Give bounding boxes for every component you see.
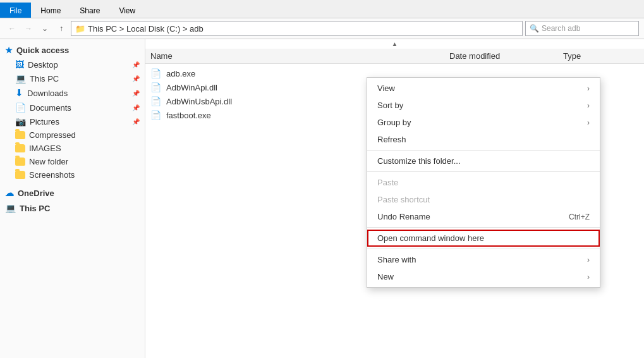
sidebar-item-label: Documents — [30, 103, 71, 113]
ctx-item-group-by-left: Group by — [377, 118, 411, 127]
col-header-type[interactable]: Type — [563, 51, 639, 61]
sidebar-item-pictures[interactable]: 📷 Pictures 📌 — [0, 114, 145, 128]
pc-icon2: 💻 — [5, 203, 16, 213]
content-area: ▲ Name Date modified Type 📄 adb.exe 📄 Ad… — [145, 39, 644, 358]
ctx-item-refresh-label: Refresh — [377, 135, 406, 144]
ctx-arrow-sort: › — [587, 101, 590, 110]
pc-icon: 💻 — [15, 73, 26, 83]
search-placeholder: Search adb — [542, 24, 580, 33]
desktop-icon: 🖼 — [15, 59, 24, 70]
pin-icon: 📌 — [132, 104, 140, 111]
ctx-arrow-share: › — [587, 256, 590, 264]
back-button[interactable]: ← — [5, 22, 19, 35]
forward-button[interactable]: → — [21, 22, 35, 35]
folder-icon — [15, 157, 25, 166]
main-layout: ★ Quick access 🖼 Desktop 📌 💻 This PC 📌 ⬇… — [0, 39, 644, 358]
ctx-item-share-with-left: Share with — [377, 255, 416, 264]
ctx-item-paste-shortcut-label: Paste shortcut — [377, 195, 430, 204]
search-icon: 🔍 — [530, 24, 539, 33]
up-button[interactable]: ↑ — [54, 22, 68, 35]
ctx-arrow-group: › — [587, 118, 590, 127]
sidebar-item-compressed[interactable]: Compressed — [0, 128, 145, 142]
col-header-name[interactable]: Name — [150, 51, 449, 61]
ctx-item-customize-left: Customize this folder... — [377, 156, 461, 166]
tab-view[interactable]: View — [109, 3, 145, 18]
sidebar-item-label: IMAGES — [29, 144, 61, 153]
file-icon: 📄 — [150, 110, 161, 120]
sidebar-item-desktop[interactable]: 🖼 Desktop 📌 — [0, 58, 145, 71]
ctx-item-paste-shortcut-left: Paste shortcut — [377, 195, 430, 204]
quick-access-label: Quick access — [16, 46, 69, 55]
pin-icon: 📌 — [132, 75, 140, 82]
ctx-item-refresh-left: Refresh — [377, 135, 406, 144]
tab-home[interactable]: Home — [31, 3, 70, 18]
sidebar-item-label: Compressed — [29, 130, 76, 140]
ctx-separator-2 — [367, 171, 600, 172]
column-headers: Name Date modified Type — [145, 49, 644, 64]
ctx-shortcut-undo: Ctrl+Z — [569, 213, 590, 221]
sidebar-item-new-folder[interactable]: New folder — [0, 155, 145, 168]
ctx-item-undo-rename-label: Undo Rename — [377, 212, 430, 221]
col-header-date[interactable]: Date modified — [449, 51, 563, 61]
ctx-item-open-cmd[interactable]: Open command window here — [367, 230, 600, 247]
scroll-up-indicator[interactable]: ▲ — [145, 39, 644, 49]
ctx-item-new-label: New — [377, 272, 394, 281]
ctx-item-view[interactable]: View › — [367, 80, 600, 97]
sidebar-item-thispc[interactable]: 💻 This PC 📌 — [0, 71, 145, 85]
ctx-item-refresh[interactable]: Refresh — [367, 131, 600, 148]
ctx-item-open-cmd-left: Open command window here — [377, 233, 484, 243]
ctx-item-open-cmd-label: Open command window here — [377, 233, 484, 243]
pin-icon: 📌 — [132, 118, 140, 125]
onedrive-header[interactable]: ☁ OneDrive — [0, 185, 145, 201]
sidebar-item-label: Screenshots — [29, 170, 75, 180]
ctx-item-paste[interactable]: Paste — [367, 174, 600, 191]
sidebar-item-documents[interactable]: 📄 Documents 📌 — [0, 101, 145, 114]
ctx-item-sort-by[interactable]: Sort by › — [367, 97, 600, 114]
ctx-arrow-new: › — [587, 273, 590, 281]
context-menu: View › Sort by › Group by › — [367, 77, 600, 288]
ctx-item-share-with-label: Share with — [377, 255, 416, 264]
file-icon: 📄 — [150, 82, 161, 92]
folder-icon — [15, 131, 25, 139]
ctx-item-share-with[interactable]: Share with › — [367, 251, 600, 268]
ctx-item-undo-rename[interactable]: Undo Rename Ctrl+Z — [367, 208, 600, 225]
search-box[interactable]: 🔍 Search adb — [525, 21, 639, 36]
file-icon: 📄 — [150, 96, 161, 106]
sidebar-item-downloads[interactable]: ⬇ Downloads 📌 — [0, 85, 145, 101]
address-bar-row: ← → ⌄ ↑ 📁 This PC > Local Disk (C:) > ad… — [0, 18, 644, 39]
ribbon-tab-bar: File Home Share View — [0, 0, 644, 18]
docs-icon: 📄 — [15, 102, 26, 113]
ctx-item-customize-label: Customize this folder... — [377, 156, 461, 166]
quick-access-header[interactable]: ★ Quick access — [0, 43, 145, 58]
folder-icon — [15, 171, 25, 179]
ctx-item-paste-left: Paste — [377, 178, 398, 187]
star-icon: ★ — [5, 46, 13, 55]
sidebar-item-label: This PC — [30, 74, 59, 83]
tab-file[interactable]: File — [0, 3, 31, 18]
pics-icon: 📷 — [15, 116, 26, 127]
sidebar-item-label: Desktop — [28, 60, 58, 70]
sidebar-item-screenshots[interactable]: Screenshots — [0, 168, 145, 182]
ctx-separator-1 — [367, 150, 600, 151]
ctx-item-customize[interactable]: Customize this folder... — [367, 152, 600, 170]
ctx-item-sort-by-label: Sort by — [377, 101, 403, 110]
ribbon: File Home Share View — [0, 0, 644, 18]
folder-icon — [15, 144, 25, 152]
thispc-section-header[interactable]: 💻 This PC — [0, 201, 145, 216]
ctx-item-new[interactable]: New › — [367, 268, 600, 285]
file-icon: 📄 — [150, 68, 161, 78]
pin-icon: 📌 — [132, 90, 140, 97]
sidebar: ★ Quick access 🖼 Desktop 📌 💻 This PC 📌 ⬇… — [0, 39, 145, 358]
recent-button[interactable]: ⌄ — [38, 22, 52, 35]
sidebar-item-label: New folder — [29, 157, 68, 166]
ctx-item-view-left: View — [377, 83, 395, 93]
address-box[interactable]: 📁 This PC > Local Disk (C:) > adb — [71, 21, 523, 36]
pin-icon: 📌 — [132, 61, 140, 68]
ctx-item-group-by[interactable]: Group by › — [367, 114, 600, 131]
sidebar-item-images[interactable]: IMAGES — [0, 142, 145, 155]
ctx-item-paste-shortcut[interactable]: Paste shortcut — [367, 191, 600, 208]
ctx-separator-4 — [367, 249, 600, 249]
tab-share[interactable]: Share — [70, 3, 109, 18]
thispc-label: This PC — [20, 204, 50, 213]
ctx-separator-3 — [367, 227, 600, 228]
